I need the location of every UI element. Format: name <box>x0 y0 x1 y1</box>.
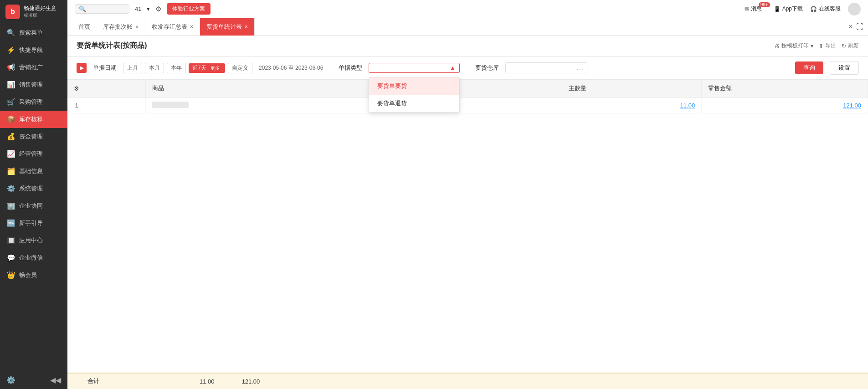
industry-btn[interactable]: 体验行业方案 <box>167 3 211 15</box>
sidebar: b 畅捷通好生意 标准版 🔍 搜索菜单 ⚡ 快捷导航 📢 营销推广 📊 销售管理… <box>0 0 67 389</box>
topbar-dropdown[interactable]: ▾ <box>147 5 150 12</box>
fullscreen-icon[interactable]: ⛶ <box>856 23 863 31</box>
filter-7days-btn[interactable]: 近7天 更多 <box>189 63 225 73</box>
page-content: 要货单统计表(按商品) 🖨 按模板打印 ▾ ⬆ 导出 ↻ 刷新 ▶ <box>67 36 868 389</box>
message-btn[interactable]: ✉ 消息 99+ <box>745 5 766 13</box>
settings-icon[interactable]: ⚙️ <box>6 376 15 384</box>
more-badge: 更多 <box>209 66 221 71</box>
th-index <box>86 80 146 97</box>
sidebar-item-enterprise[interactable]: 🏢 企业协同 <box>0 197 67 215</box>
sidebar-item-label: 销售管理 <box>19 81 43 89</box>
sidebar-item-basic[interactable]: 🗂️ 基础信息 <box>0 163 67 180</box>
filter-expand-btn[interactable]: ▶ <box>77 63 87 73</box>
appstore-icon: 🔲 <box>6 236 15 245</box>
more-options-icon[interactable]: … <box>576 64 583 72</box>
sidebar-item-quicknav[interactable]: ⚡ 快捷导航 <box>0 41 67 59</box>
warehouse-input-box[interactable]: … <box>505 62 587 73</box>
sidebar-item-label: 搜索菜单 <box>19 29 43 37</box>
collapse-icon[interactable]: ◀◀ <box>50 376 61 384</box>
th-gear[interactable]: ⚙ <box>67 80 86 97</box>
table-header-row: ⚙ 商品 主计量单位 主数量 零售金额 <box>67 80 868 97</box>
th-product: 商品 <box>145 80 369 97</box>
table-footer: 合计 11.00 121.00 <box>67 373 868 389</box>
inventory-icon: 📦 <box>6 115 15 123</box>
tab-inventory-batch[interactable]: 库存批次账 × <box>97 18 145 36</box>
refresh-btn[interactable]: ↻ 刷新 <box>842 42 859 50</box>
table-area: ⚙ 商品 主计量单位 主数量 零售金额 1 <box>67 80 868 373</box>
date-label: 单据日期 <box>93 64 117 72</box>
wechat-icon: 💬 <box>6 254 15 262</box>
topbar: 🔍 41 ▾ ⚙ 体验行业方案 ✉ 消息 99+ 📱 App下载 🎧 在线客服 <box>67 0 868 18</box>
tab-order-summary[interactable]: 要货单统计表 × <box>200 18 255 36</box>
sales-icon: 📊 <box>6 81 15 89</box>
sidebar-item-operation[interactable]: 📈 经营管理 <box>0 145 67 163</box>
type-input[interactable] <box>373 65 447 71</box>
filter-cur-year-btn[interactable]: 本年 <box>167 63 186 73</box>
type-label: 单据类型 <box>339 64 362 72</box>
filter-custom-btn[interactable]: 自定义 <box>228 63 252 73</box>
sidebar-item-finance[interactable]: 💰 资金管理 <box>0 128 67 145</box>
date-filter-btns: 上月 本月 本年 近7天 更多 自定义 <box>123 63 252 73</box>
filter-date-range: 2023-05-06 至 2023-06-06 <box>259 64 323 72</box>
tab-label: 库存批次账 <box>103 23 133 31</box>
chevron-up-icon[interactable]: ▲ <box>450 64 456 72</box>
sidebar-item-system[interactable]: ⚙️ 系统管理 <box>0 180 67 197</box>
tabs-right: × ⛶ <box>848 23 863 31</box>
quicknav-icon: ⚡ <box>6 46 15 54</box>
export-label: 导出 <box>825 42 836 50</box>
export-btn[interactable]: ⬆ 导出 <box>819 42 836 50</box>
message-badge: 99+ <box>759 2 770 7</box>
export-icon: ⬆ <box>819 43 823 49</box>
sidebar-item-wechat[interactable]: 💬 企业微信 <box>0 249 67 266</box>
tabs-bar: 首页 库存批次账 × 收发存汇总表 × 要货单统计表 × × ⛶ <box>67 18 868 36</box>
message-icon: ✉ <box>745 6 749 12</box>
sidebar-item-member[interactable]: 👑 畅会员 <box>0 266 67 284</box>
filter-cur-month-btn[interactable]: 本月 <box>145 63 164 73</box>
topbar-gear-icon[interactable]: ⚙ <box>155 5 161 13</box>
dropdown-item-order-return[interactable]: 要货单退货 <box>369 95 459 112</box>
sidebar-item-search[interactable]: 🔍 搜索菜单 <box>0 24 67 41</box>
avatar[interactable] <box>848 3 861 15</box>
sidebar-item-purchase[interactable]: 🛒 采购管理 <box>0 93 67 111</box>
operation-icon: 📈 <box>6 150 15 158</box>
sidebar-item-label: 系统管理 <box>19 184 43 193</box>
table-row: 1 块 11.00 121.00 <box>67 97 868 113</box>
print-icon: 🖨 <box>774 43 780 49</box>
service-btn[interactable]: 🎧 在线客服 <box>810 5 841 13</box>
print-template-btn[interactable]: 🖨 按模板打印 ▾ <box>774 42 813 50</box>
sidebar-item-sales[interactable]: 📊 销售管理 <box>0 76 67 93</box>
sidebar-item-marketing[interactable]: 📢 营销推广 <box>0 59 67 76</box>
product-blurred <box>152 102 189 108</box>
td-qty[interactable]: 11.00 <box>562 97 701 113</box>
main-area: 🔍 41 ▾ ⚙ 体验行业方案 ✉ 消息 99+ 📱 App下载 🎧 在线客服 <box>67 0 868 389</box>
td-amount[interactable]: 121.00 <box>702 97 868 113</box>
topbar-search-box[interactable]: 🔍 <box>75 4 129 14</box>
search-icon: 🔍 <box>6 29 15 37</box>
close-icon[interactable]: × <box>848 23 853 31</box>
warehouse-input[interactable] <box>509 65 574 71</box>
basic-icon: 🗂️ <box>6 167 15 175</box>
topbar-right: ✉ 消息 99+ 📱 App下载 🎧 在线客服 <box>745 3 861 15</box>
tab-receivable-summary[interactable]: 收发存汇总表 × <box>145 18 200 36</box>
tab-close-icon[interactable]: × <box>245 24 248 30</box>
sidebar-item-appstore[interactable]: 🔲 应用中心 <box>0 232 67 249</box>
query-btn[interactable]: 查询 <box>795 61 823 74</box>
tab-close-icon[interactable]: × <box>190 24 193 30</box>
page-header: 要货单统计表(按商品) 🖨 按模板打印 ▾ ⬆ 导出 ↻ 刷新 <box>67 36 868 56</box>
purchase-icon: 🛒 <box>6 98 15 106</box>
settings-btn[interactable]: 设置 <box>830 61 859 75</box>
type-dropdown: 要货单要货 要货单退货 <box>369 77 460 113</box>
finance-icon: 💰 <box>6 133 15 141</box>
search-input[interactable] <box>88 6 124 12</box>
tab-home[interactable]: 首页 <box>72 23 97 31</box>
filter-prev-month-btn[interactable]: 上月 <box>123 63 142 73</box>
guide-icon: 🆕 <box>6 219 15 227</box>
dropdown-item-order-goods[interactable]: 要货单要货 <box>369 77 459 95</box>
sidebar-item-inventory[interactable]: 📦 库存核算 <box>0 111 67 128</box>
sidebar-item-label: 企业微信 <box>19 254 43 262</box>
tab-label: 收发存汇总表 <box>152 23 187 31</box>
sidebar-item-guide[interactable]: 🆕 新手引导 <box>0 215 67 232</box>
tab-close-icon[interactable]: × <box>135 24 139 30</box>
app-download-btn[interactable]: 📱 App下载 <box>774 5 803 13</box>
type-input-box[interactable]: ▲ 要货单要货 要货单退货 <box>369 63 460 73</box>
